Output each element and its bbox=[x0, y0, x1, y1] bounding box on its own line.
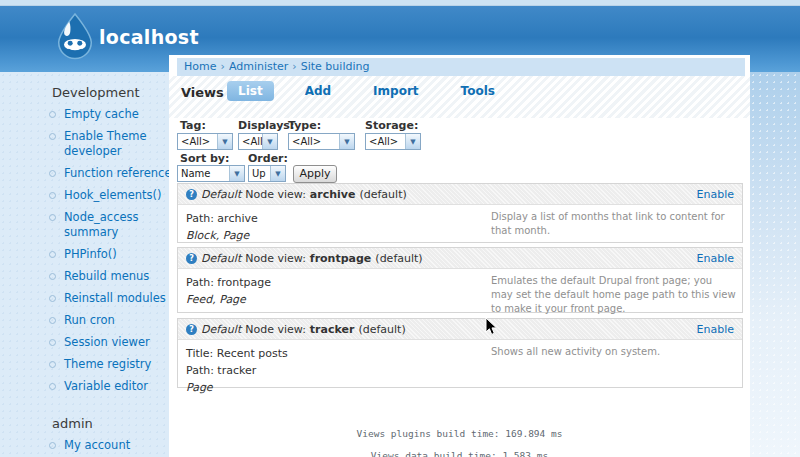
view-path: Path: tracker bbox=[186, 363, 734, 378]
drupal-logo-icon bbox=[52, 12, 98, 60]
view-name: archive bbox=[310, 188, 356, 201]
list-item[interactable]: Empty cache bbox=[64, 107, 182, 122]
view-row-header: ? Default Node view: tracker (default) E… bbox=[178, 319, 742, 340]
view-row-tracker: ? Default Node view: tracker (default) E… bbox=[177, 318, 743, 388]
views-data-build-time: Views data build time: 1.583 ms bbox=[169, 450, 750, 457]
tag-filter-select[interactable]: <All> ▼ bbox=[177, 133, 233, 150]
tag-filter-value: <All> bbox=[178, 134, 217, 149]
order-select[interactable]: Up ▼ bbox=[248, 165, 286, 182]
site-name: localhost bbox=[99, 26, 199, 48]
view-type-label: Default bbox=[201, 252, 241, 265]
view-kind-label: Node view: bbox=[245, 252, 306, 265]
sidebar-item-variable-editor[interactable]: Variable editor bbox=[64, 379, 148, 393]
circle-bullet-icon bbox=[49, 251, 56, 258]
circle-bullet-icon bbox=[49, 295, 56, 302]
page-title: Views bbox=[181, 85, 224, 100]
circle-bullet-icon bbox=[49, 192, 56, 199]
circle-bullet-icon bbox=[49, 339, 56, 346]
storage-filter-label: Storage: bbox=[365, 119, 418, 132]
view-row-frontpage: ? Default Node view: frontpage (default)… bbox=[177, 247, 743, 313]
sidebar-item-session-viewer[interactable]: Session viewer bbox=[64, 335, 150, 349]
view-description: Emulates the default Drupal front page; … bbox=[491, 274, 737, 316]
type-filter-value: <All> bbox=[289, 134, 339, 149]
tab-add[interactable]: Add bbox=[294, 81, 342, 101]
circle-bullet-icon bbox=[49, 214, 56, 221]
chevron-down-icon: ▼ bbox=[217, 134, 232, 149]
sidebar-item-reinstall-modules[interactable]: Reinstall modules bbox=[64, 291, 166, 305]
list-item[interactable]: Run cron bbox=[64, 313, 182, 328]
list-item[interactable]: Function reference bbox=[64, 166, 182, 181]
view-description: Display a list of months that link to co… bbox=[491, 210, 737, 238]
view-kind-label: Node view: bbox=[245, 323, 306, 336]
list-item[interactable]: Theme registry bbox=[64, 357, 182, 372]
breadcrumb-administer[interactable]: Administer bbox=[229, 60, 288, 73]
view-row-header: ? Default Node view: archive (default) E… bbox=[178, 184, 742, 205]
list-item[interactable]: Rebuild menus bbox=[64, 269, 182, 284]
type-filter-select[interactable]: <All> ▼ bbox=[288, 133, 355, 150]
sidebar-section-title-admin: admin bbox=[52, 416, 169, 431]
order-value: Up bbox=[249, 166, 270, 181]
apply-button[interactable]: Apply bbox=[293, 165, 337, 183]
circle-bullet-icon bbox=[49, 317, 56, 324]
sidebar: Development Empty cache Enable Theme dev… bbox=[0, 72, 169, 457]
tab-tools[interactable]: Tools bbox=[450, 81, 506, 101]
sidebar-item-my-account[interactable]: My account bbox=[64, 438, 130, 452]
list-item[interactable]: Variable editor bbox=[64, 379, 182, 394]
circle-bullet-icon bbox=[49, 111, 56, 118]
chevron-down-icon: ▼ bbox=[405, 134, 420, 149]
sidebar-item-function-reference[interactable]: Function reference bbox=[64, 166, 171, 180]
view-name: frontpage bbox=[310, 252, 372, 265]
type-filter-label: Type: bbox=[288, 119, 321, 132]
sidebar-item-empty-cache[interactable]: Empty cache bbox=[64, 107, 139, 121]
circle-bullet-icon bbox=[49, 361, 56, 368]
tab-import[interactable]: Import bbox=[362, 81, 429, 101]
breadcrumb-separator: › bbox=[220, 60, 224, 73]
view-name-suffix: (default) bbox=[358, 323, 405, 336]
sidebar-section-title-development: Development bbox=[52, 85, 169, 100]
help-icon[interactable]: ? bbox=[186, 253, 197, 264]
view-row-archive: ? Default Node view: archive (default) E… bbox=[177, 183, 743, 243]
content-panel: Home›Administer›Site building Views List… bbox=[169, 55, 750, 457]
view-name-suffix: (default) bbox=[359, 188, 406, 201]
view-row-header: ? Default Node view: frontpage (default)… bbox=[178, 248, 742, 269]
list-item[interactable]: Reinstall modules bbox=[64, 291, 182, 306]
sidebar-item-node-access-summary[interactable]: Node_access summary bbox=[64, 210, 139, 239]
list-item[interactable]: My account bbox=[64, 438, 182, 453]
chevron-down-icon: ▼ bbox=[339, 134, 354, 149]
list-item[interactable]: PHPinfo() bbox=[64, 247, 182, 262]
right-background bbox=[750, 72, 800, 457]
tag-filter-label: Tag: bbox=[180, 119, 206, 132]
list-item[interactable]: Session viewer bbox=[64, 335, 182, 350]
view-name-suffix: (default) bbox=[375, 252, 422, 265]
sidebar-item-run-cron[interactable]: Run cron bbox=[64, 313, 115, 327]
sidebar-item-phpinfo[interactable]: PHPinfo() bbox=[64, 247, 117, 261]
breadcrumb-home[interactable]: Home bbox=[184, 60, 216, 73]
chevron-down-icon: ▼ bbox=[270, 166, 285, 181]
enable-link[interactable]: Enable bbox=[697, 188, 734, 201]
view-type-label: Default bbox=[201, 188, 241, 201]
displays-filter-select[interactable]: <All> ▼ bbox=[238, 133, 278, 150]
views-plugins-build-time: Views plugins build time: 169.894 ms bbox=[169, 428, 750, 439]
order-label: Order: bbox=[248, 152, 288, 165]
circle-bullet-icon bbox=[49, 273, 56, 280]
tab-list[interactable]: List bbox=[227, 81, 274, 101]
enable-link[interactable]: Enable bbox=[697, 323, 734, 336]
help-icon[interactable]: ? bbox=[186, 324, 197, 335]
sidebar-item-enable-theme-developer[interactable]: Enable Theme developer bbox=[64, 129, 147, 158]
sidebar-item-hook-elements[interactable]: Hook_elements() bbox=[64, 188, 162, 202]
sidebar-item-theme-registry[interactable]: Theme registry bbox=[64, 357, 151, 371]
list-item[interactable]: Enable Theme developer bbox=[64, 129, 182, 159]
sidebar-item-rebuild-menus[interactable]: Rebuild menus bbox=[64, 269, 149, 283]
help-icon[interactable]: ? bbox=[186, 189, 197, 200]
sort-by-value: Name bbox=[178, 166, 229, 181]
view-name: tracker bbox=[310, 323, 355, 336]
sidebar-menu-admin: My account ▷Create content ▽Administer ▷… bbox=[0, 438, 169, 457]
breadcrumb-site-building[interactable]: Site building bbox=[301, 60, 370, 73]
sort-by-label: Sort by: bbox=[180, 152, 229, 165]
list-item[interactable]: Hook_elements() bbox=[64, 188, 182, 203]
list-item[interactable]: Node_access summary bbox=[64, 210, 182, 240]
storage-filter-value: <All> bbox=[366, 134, 405, 149]
enable-link[interactable]: Enable bbox=[697, 252, 734, 265]
sort-by-select[interactable]: Name ▼ bbox=[177, 165, 245, 182]
storage-filter-select[interactable]: <All> ▼ bbox=[365, 133, 421, 150]
